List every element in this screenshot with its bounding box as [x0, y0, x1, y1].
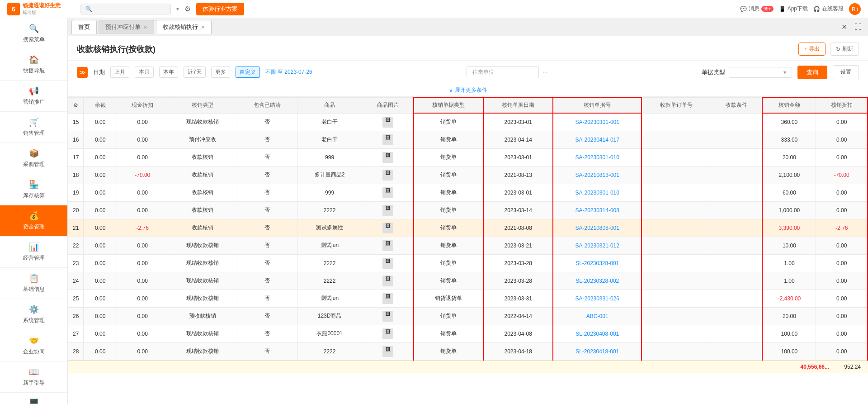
sidebar-item-guide[interactable]: 📖 新手引导 — [0, 361, 67, 393]
cell-included-settled: 否 — [237, 325, 297, 342]
last-month-btn[interactable]: 上月 — [110, 67, 129, 78]
app-download[interactable]: 📱 App下载 — [779, 5, 808, 13]
custom-date-btn[interactable]: 自定义 — [236, 67, 260, 78]
message-icon-area[interactable]: 💬 消息 99+ — [740, 5, 774, 13]
sidebar-item-marketing[interactable]: 📢 营销推广 — [0, 81, 67, 112]
cell-settings: 23 — [68, 254, 84, 272]
cell-settings: 26 — [68, 307, 84, 325]
cell-included-settled: 否 — [237, 148, 297, 166]
more-btn[interactable]: 更多 — [211, 67, 230, 78]
cell-goods-image: 🖼 — [362, 342, 414, 360]
cell-cash-discount: 0.00 — [117, 272, 168, 290]
cell-verify-bill-no[interactable]: ABC-001 — [553, 307, 642, 325]
cell-included-settled: 否 — [237, 131, 297, 148]
expand-conditions-btn[interactable]: ∨ 展开更多条件 — [449, 86, 487, 94]
sidebar-item-finance[interactable]: 💰 资金管理 — [0, 205, 67, 237]
cell-verify-bill-no[interactable]: SL-20230408-001 — [553, 325, 642, 342]
cell-verify-bill-no[interactable]: SL-20230418-001 — [553, 342, 642, 360]
col-verify-type: 核销类型 — [168, 97, 237, 113]
filter-toggle-btn[interactable]: ≫ — [77, 67, 88, 78]
cell-verify-bill-no[interactable]: SA-20230321-012 — [553, 237, 642, 254]
cell-receipt-condition — [711, 290, 762, 307]
cell-verify-bill-date: 2023-03-21 — [483, 237, 553, 254]
sidebar-item-collaboration[interactable]: 🤝 企业协同 — [0, 330, 67, 361]
sidebar-item-basic-info[interactable]: 📋 基础信息 — [0, 268, 67, 299]
sidebar-item-search[interactable]: 🔍 搜索菜单 — [0, 18, 67, 49]
cell-cash-discount: 0.00 — [117, 184, 168, 201]
cell-verify-bill-date: 2023-04-08 — [483, 325, 553, 342]
cell-verify-bill-date: 2021-08-08 — [483, 219, 553, 237]
cell-verify-bill-no[interactable]: SA-20230301-010 — [553, 184, 642, 201]
settings-button[interactable]: 设置 — [833, 65, 859, 79]
sidebar-item-hardware[interactable]: 🖥️ 智能硬件 — [0, 393, 67, 404]
cell-verify-bill-no[interactable]: SA-20230314-008 — [553, 201, 642, 219]
cell-verify-bill-no[interactable]: SA-20210808-001 — [553, 219, 642, 237]
last-7days-btn[interactable]: 近7天 — [184, 67, 206, 78]
cell-verify-bill-type: 销货单 — [414, 131, 483, 148]
sidebar-item-inventory[interactable]: 🏪 库存核算 — [0, 174, 67, 205]
col-verify-bill-date: 核销单据日期 — [483, 97, 553, 113]
cell-goods: 多计量商品2 — [297, 166, 362, 184]
query-button[interactable]: 查询 — [797, 66, 827, 79]
tab-close-receipt-verify[interactable]: ✕ — [201, 24, 205, 30]
tab-maximize[interactable]: ⛶ — [852, 22, 864, 32]
sidebar-item-sales[interactable]: 🛒 销售管理 — [0, 112, 67, 143]
cell-verify-type: 收款核销 — [168, 148, 237, 166]
col-included-settled: 包含已结清 — [237, 97, 297, 113]
cell-receipt-order-no — [642, 113, 711, 131]
cell-goods-image: 🖼 — [362, 148, 414, 166]
cell-verify-bill-date: 2023-03-31 — [483, 290, 553, 307]
cell-verify-type: 预付冲应收 — [168, 131, 237, 148]
cell-verify-bill-no[interactable]: SA-20230414-017 — [553, 131, 642, 148]
cell-goods-image: 🖼 — [362, 237, 414, 254]
cell-cash-discount: 0.00 — [117, 131, 168, 148]
cell-verify-bill-no[interactable]: SL-20230328-002 — [553, 272, 642, 290]
industry-btn[interactable]: 体验行业方案 — [196, 3, 244, 15]
online-service[interactable]: 🎧 在线客服 — [813, 5, 844, 13]
search-menu-icon: 🔍 — [29, 24, 39, 33]
page-header-actions: ↑ 导出 ↻ 刷新 — [798, 43, 859, 56]
cell-verify-type: 收款核销 — [168, 184, 237, 201]
partner-input[interactable]: 往来单位 — [467, 66, 539, 78]
cell-verify-bill-type: 销货单 — [414, 254, 483, 272]
sidebar-item-operations[interactable]: 📊 经营管理 — [0, 237, 67, 268]
cell-verify-bill-no[interactable]: SA-20210813-001 — [553, 166, 642, 184]
sidebar: 🔍 搜索菜单 🏠 快捷导航 📢 营销推广 🛒 销售管理 📦 采购管理 🏪 库存核… — [0, 18, 68, 404]
table-row: 26 0.00 0.00 预收款核销 否 123D商品 🖼 销货单 2022-0… — [68, 307, 868, 325]
table-row: 15 0.00 0.00 现结收款核销 否 老白干 🖼 销货单 2023-03-… — [68, 113, 868, 131]
cell-verify-bill-date: 2023-04-14 — [483, 131, 553, 148]
tab-close-all[interactable]: ✕ — [839, 22, 850, 32]
cell-verify-discount: 0.00 — [816, 307, 868, 325]
cell-verify-bill-no[interactable]: SL-20230328-001 — [553, 254, 642, 272]
this-year-btn[interactable]: 本年 — [159, 67, 178, 78]
sidebar-item-system[interactable]: ⚙️ 系统管理 — [0, 299, 67, 330]
sidebar-item-nav[interactable]: 🏠 快捷导航 — [0, 49, 67, 81]
cell-goods-image: 🖼 — [362, 290, 414, 307]
sidebar-item-purchase[interactable]: 📦 采购管理 — [0, 143, 67, 174]
cell-verify-bill-no[interactable]: SA-20230331-026 — [553, 290, 642, 307]
marketing-icon: 📢 — [29, 86, 39, 96]
settings-icon[interactable]: ⚙ — [184, 5, 191, 13]
table-row: 25 0.00 0.00 现结收款核销 否 测试jun 🖼 销货退货单 2023… — [68, 290, 868, 307]
cell-cash-discount: 0.00 — [117, 325, 168, 342]
cell-receipt-order-no — [642, 272, 711, 290]
cell-verify-bill-no[interactable]: SA-20230301-010 — [553, 148, 642, 166]
logo: 6 畅捷通谱好生意 标准版 — [7, 2, 75, 16]
table-row: 28 0.00 0.00 现结收款核销 否 2222 🖼 销货单 2023-04… — [68, 342, 868, 360]
refresh-button[interactable]: ↻ 刷新 — [830, 43, 859, 56]
col-verify-discount: 核销折扣 — [816, 97, 868, 113]
col-receipt-condition: 收款条件 — [711, 97, 762, 113]
tab-home[interactable]: 首页 — [71, 20, 97, 34]
user-avatar[interactable]: Rit — [849, 3, 861, 15]
tab-receipt-verify[interactable]: 收款核销执行 ✕ — [156, 20, 212, 34]
table-row: 17 0.00 0.00 收款核销 否 999 🖼 销货单 2023-03-01… — [68, 148, 868, 166]
cell-verify-bill-no[interactable]: SA-20230301-001 — [553, 113, 642, 131]
this-month-btn[interactable]: 本月 — [135, 67, 154, 78]
dropdown-arrow[interactable]: ▾ — [176, 6, 179, 12]
basic-info-icon: 📋 — [29, 273, 39, 283]
tab-close-prepayment[interactable]: ✕ — [143, 24, 147, 30]
export-button[interactable]: ↑ 导出 — [798, 43, 826, 56]
bill-type-select[interactable]: ▾ — [729, 67, 792, 78]
tab-prepayment[interactable]: 预付冲应付单 ✕ — [99, 20, 154, 34]
cell-verify-amount: 1,000.00 — [762, 201, 816, 219]
